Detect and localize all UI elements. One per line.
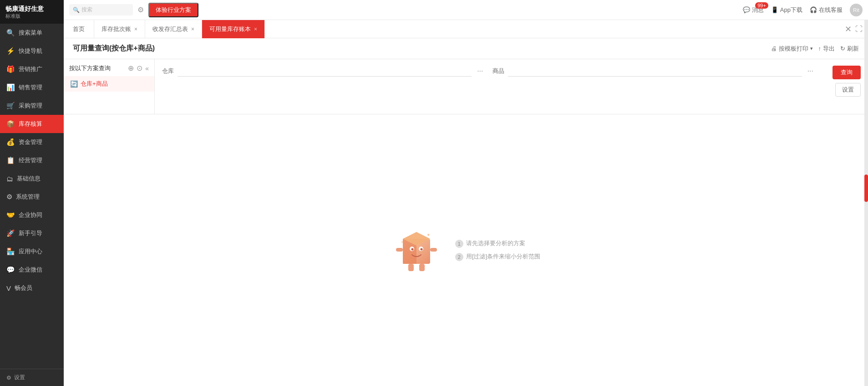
sidebar-item-finance[interactable]: 💰资金管理 bbox=[0, 133, 64, 151]
empty-illustration: ✦ ✦ bbox=[391, 225, 442, 275]
print-button[interactable]: 🖨 按模板打印 ▾ bbox=[771, 45, 813, 53]
export-icon: ↑ bbox=[818, 45, 822, 52]
filter-input-goods[interactable] bbox=[508, 66, 802, 77]
sidebar-label-shortcut: 快捷导航 bbox=[19, 47, 42, 55]
online-service-button[interactable]: 🎧 在线客服 bbox=[810, 6, 843, 14]
sidebar-bottom[interactable]: ⚙ 设置 bbox=[0, 369, 64, 386]
scheme-panel-label: 按以下方案查询 bbox=[69, 64, 111, 72]
filter-area: 仓库 ··· 商品 ··· 查询 设置 bbox=[155, 59, 868, 114]
tab-summary-close[interactable]: × bbox=[191, 26, 194, 32]
add-scheme-icon[interactable]: ⊕ bbox=[128, 64, 134, 72]
sidebar-item-search[interactable]: 🔍搜索菜单 bbox=[0, 24, 64, 42]
trial-button[interactable]: 体验行业方案 bbox=[148, 3, 198, 17]
service-icon: 🎧 bbox=[810, 6, 817, 13]
tab-home[interactable]: 首页 bbox=[64, 20, 94, 38]
svg-point-5 bbox=[411, 248, 413, 251]
topbar: 🔍 搜索 ⚙ 体验行业方案 💬 消息 99+ 📱 App下载 🎧 在线客服 Ri… bbox=[64, 0, 868, 20]
online-service-label: 在线客服 bbox=[819, 6, 843, 14]
tab-home-label: 首页 bbox=[73, 25, 85, 33]
scheme-panel: 按以下方案查询 ⊕ ⊙ « 🔄 仓库+商品 bbox=[64, 59, 155, 114]
settings-button[interactable]: 设置 bbox=[835, 83, 861, 97]
sidebar-label-newbie: 新手引导 bbox=[19, 229, 42, 237]
sidebar-item-wechat[interactable]: 💬企业微信 bbox=[0, 261, 64, 279]
sidebar-icon-member: V bbox=[6, 284, 11, 292]
sidebar-label-appstore: 应用中心 bbox=[19, 247, 42, 256]
refresh-icon: ↻ bbox=[840, 45, 845, 52]
sidebar-item-inventory[interactable]: 📦库存核算 bbox=[0, 115, 64, 133]
empty-tip-2-text: 用[过滤]条件来缩小分析范围 bbox=[466, 252, 540, 261]
sidebar-item-newbie[interactable]: 🚀新手引导 bbox=[0, 224, 64, 242]
sidebar-icon-sales: 📊 bbox=[6, 83, 15, 92]
tab-summary[interactable]: 收发存汇总表 × bbox=[145, 20, 202, 38]
tab-available[interactable]: 可用量库存账本 × bbox=[202, 20, 265, 38]
export-button[interactable]: ↑ 导出 bbox=[818, 45, 835, 53]
sidebar-item-purchase[interactable]: 🛒采购管理 bbox=[0, 97, 64, 115]
sidebar-label-finance: 资金管理 bbox=[19, 138, 42, 146]
svg-rect-9 bbox=[408, 264, 414, 271]
tabbar-close-all-button[interactable]: ✕ bbox=[845, 24, 852, 34]
topbar-gear-icon[interactable]: ⚙ bbox=[137, 5, 144, 14]
filter-dots-warehouse[interactable]: ··· bbox=[475, 67, 485, 75]
sidebar-icon-operation: 📋 bbox=[6, 156, 15, 165]
sidebar-item-appstore[interactable]: 🏪应用中心 bbox=[0, 242, 64, 261]
sidebar-icon-appstore: 🏪 bbox=[6, 247, 15, 256]
scheme-item-label: 仓库+商品 bbox=[81, 80, 108, 88]
filter-input-warehouse[interactable] bbox=[178, 66, 472, 77]
sidebar-icon-basic: 🗂 bbox=[6, 175, 13, 183]
filter-group-goods: 商品 ··· bbox=[492, 66, 816, 77]
sidebar-icon-search: 🔍 bbox=[6, 29, 15, 37]
refresh-button[interactable]: ↻ 刷新 bbox=[840, 45, 859, 53]
sidebar-item-system[interactable]: ⚙系统管理 bbox=[0, 188, 64, 206]
sidebar-item-basic[interactable]: 🗂基础信息 bbox=[0, 170, 64, 188]
topbar-search-box[interactable]: 🔍 搜索 bbox=[69, 4, 133, 15]
sidebar-icon-shortcut: ⚡ bbox=[6, 47, 15, 55]
tab-batch-close[interactable]: × bbox=[134, 26, 137, 32]
settings-scheme-icon[interactable]: ⊙ bbox=[137, 64, 142, 72]
empty-tip-1-text: 请先选择要分析的方案 bbox=[466, 239, 525, 247]
tab-available-close[interactable]: × bbox=[254, 26, 257, 32]
sidebar-label-system: 系统管理 bbox=[16, 193, 40, 201]
sidebar-label-operation: 经营管理 bbox=[19, 156, 42, 165]
sidebar-item-operation[interactable]: 📋经营管理 bbox=[0, 151, 64, 170]
sidebar-item-member[interactable]: V畅会员 bbox=[0, 279, 64, 297]
collapse-scheme-icon[interactable]: « bbox=[145, 65, 149, 72]
sidebar-icon-wechat: 💬 bbox=[6, 266, 15, 274]
sidebar-icon-marketing: 🎁 bbox=[6, 65, 15, 73]
message-icon: 💬 bbox=[743, 6, 750, 13]
sidebar: 畅康通好生意 标准版 🔍搜索菜单⚡快捷导航🎁营销推广📊销售管理🛒采购管理📦库存核… bbox=[0, 0, 64, 386]
sidebar-label-sales: 销售管理 bbox=[19, 83, 42, 92]
tabbar: 首页 库存批次账 × 收发存汇总表 × 可用量库存账本 × ✕ ⛶ bbox=[64, 20, 868, 38]
sidebar-item-enterprise[interactable]: 🤝企业协同 bbox=[0, 206, 64, 224]
settings-icon: ⚙ bbox=[6, 375, 11, 381]
print-icon: 🖨 bbox=[771, 45, 777, 52]
scheme-item-warehouse-goods[interactable]: 🔄 仓库+商品 bbox=[64, 76, 154, 92]
svg-rect-10 bbox=[419, 264, 425, 271]
tab-batch[interactable]: 库存批次账 × bbox=[94, 20, 145, 38]
refresh-label: 刷新 bbox=[847, 45, 859, 53]
sidebar-label-member: 畅会员 bbox=[15, 284, 32, 292]
sidebar-item-marketing[interactable]: 🎁营销推广 bbox=[0, 60, 64, 78]
action-btns: 查询 设置 bbox=[822, 59, 868, 114]
message-button[interactable]: 💬 消息 99+ bbox=[743, 6, 764, 14]
svg-text:✦: ✦ bbox=[426, 232, 430, 237]
sidebar-logo: 畅康通好生意 标准版 bbox=[0, 0, 64, 24]
user-avatar[interactable]: Rit bbox=[850, 4, 863, 16]
svg-rect-7 bbox=[396, 248, 403, 252]
search-icon: 🔍 bbox=[73, 7, 80, 13]
tabbar-expand-button[interactable]: ⛶ bbox=[855, 25, 863, 33]
svg-text:✦: ✦ bbox=[401, 240, 404, 244]
filter-group-warehouse: 仓库 ··· bbox=[162, 66, 485, 77]
query-button[interactable]: 查询 bbox=[832, 66, 861, 79]
right-scrollbar[interactable] bbox=[864, 20, 868, 386]
empty-num-2: 2 bbox=[455, 253, 463, 261]
app-download-button[interactable]: 📱 App下载 bbox=[771, 6, 802, 14]
app-icon: 📱 bbox=[771, 6, 778, 13]
sidebar-label-basic: 基础信息 bbox=[17, 175, 41, 183]
sidebar-icon-newbie: 🚀 bbox=[6, 229, 15, 237]
sidebar-item-shortcut[interactable]: ⚡快捷导航 bbox=[0, 42, 64, 60]
filter-dots-goods[interactable]: ··· bbox=[806, 67, 815, 75]
scheme-panel-icons: ⊕ ⊙ « bbox=[128, 64, 149, 72]
print-label: 按模板打印 bbox=[779, 45, 808, 53]
sidebar-item-sales[interactable]: 📊销售管理 bbox=[0, 78, 64, 97]
sidebar-label-wechat: 企业微信 bbox=[19, 266, 42, 274]
